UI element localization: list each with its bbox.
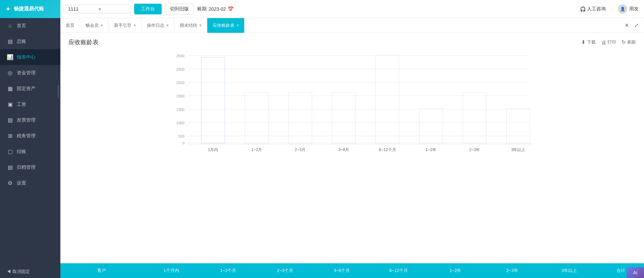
svg-rect-25	[506, 109, 530, 144]
sidebar-label-archive: 归档管理	[17, 164, 36, 170]
svg-text:3~6月: 3~6月	[338, 147, 349, 152]
svg-text:0: 0	[182, 141, 184, 145]
avatar: 👤	[618, 4, 627, 14]
user-area: 🎧 人工咨询 | 👤 用友	[580, 4, 639, 14]
cancel-pin-label: ◀ 取消固定	[7, 269, 30, 275]
tab-member[interactable]: 畅会员 ×	[80, 18, 109, 33]
consult-label: 人工咨询	[587, 6, 606, 12]
refresh-label: 刷新	[627, 39, 636, 45]
tab-label-member: 畅会员	[86, 22, 99, 28]
sidebar-label-reports: 报表中心	[17, 54, 36, 60]
tab-label-home: 首页	[66, 22, 74, 28]
chevron-down-icon: ▾	[99, 6, 126, 12]
maximize-tab-button[interactable]: ⤢	[633, 21, 640, 30]
main-layout: ⌂ 首页 ▤ 总账 📊 报表中心 ◎ 资金管理 ▦ 固定资产 ▣ 工资 ▨ 发票…	[0, 18, 644, 278]
refresh-button[interactable]: ↻ 刷新	[622, 39, 636, 45]
archive-icon: ▤	[7, 164, 13, 170]
tab-label-oplog: 操作日志	[147, 22, 164, 28]
company-selector[interactable]: 1111 ▾	[64, 5, 131, 13]
tax-icon: ⊞	[7, 133, 13, 139]
svg-text:2~3月: 2~3月	[295, 147, 306, 152]
tab-yearend[interactable]: 期末结转 ×	[174, 18, 207, 33]
close-tab-button[interactable]: ✕	[623, 21, 630, 30]
svg-text:500: 500	[178, 134, 184, 138]
ai-label: Ai	[633, 270, 637, 275]
tab-close-aging[interactable]: ×	[236, 23, 239, 27]
company-name: 1111	[68, 6, 96, 12]
download-icon: ⬇	[581, 39, 586, 45]
scroll-indicator	[58, 85, 59, 98]
sidebar-label-close: 结账	[17, 149, 26, 155]
page-title: 应收账龄表	[68, 38, 99, 46]
sidebar-item-tax[interactable]: ⊞ 税务管理	[0, 128, 60, 144]
refresh-icon: ↻	[622, 39, 626, 45]
sidebar-item-payroll[interactable]: ▣ 工资	[0, 96, 60, 112]
sidebar-item-ledger[interactable]: ▤ 总账	[0, 33, 60, 49]
svg-rect-16	[201, 57, 225, 144]
tab-guide[interactable]: 新手引导 ×	[109, 18, 142, 33]
tab-actions: ✕ ⤢	[619, 21, 644, 30]
tab-home[interactable]: 首页	[60, 18, 80, 33]
sidebar-label-home: 首页	[17, 23, 26, 29]
print-icon: 🖨	[601, 40, 606, 45]
col-1month: 1个月内	[143, 268, 200, 274]
tab-label-aging: 应收账龄表	[213, 22, 234, 28]
logo-area: ✦ 畅捷通易代账	[0, 0, 60, 18]
user-info[interactable]: 👤 用友	[618, 4, 639, 14]
home-icon: ⌂	[7, 23, 13, 29]
period-value: 2023-02	[209, 6, 226, 12]
svg-text:2500: 2500	[176, 81, 184, 85]
tab-label-yearend: 期末结转	[180, 22, 197, 28]
svg-text:3年以上: 3年以上	[511, 147, 526, 152]
page-header: 应收账龄表 ⬇ 下载 🖨 打印 ↻ 刷新	[60, 33, 644, 49]
sidebar-item-invoice[interactable]: ▨ 发票管理	[0, 112, 60, 128]
sidebar-item-settings[interactable]: ⚙ 设置	[0, 175, 60, 191]
print-label: 打印	[607, 39, 616, 45]
sidebar-item-home[interactable]: ⌂ 首页	[0, 18, 60, 33]
tab-aging[interactable]: 应收账龄表 ×	[207, 18, 245, 33]
chart-area: 0 500 1000 1500 2000 2500 2500 2500	[60, 49, 644, 263]
tab-close-member[interactable]: ×	[101, 23, 103, 27]
top-header: ✦ 畅捷通易代账 1111 ▾ 工作台 切到旧版 账期 2023-02 📅 🎧 …	[0, 0, 644, 18]
svg-text:1~2年: 1~2年	[426, 147, 436, 152]
assets-icon: ▦	[7, 85, 13, 92]
sidebar-item-funds[interactable]: ◎ 资金管理	[0, 65, 60, 81]
sidebar-label-funds: 资金管理	[17, 70, 36, 76]
payroll-icon: ▣	[7, 101, 13, 108]
svg-text:2000: 2000	[176, 94, 184, 98]
svg-text:2~3年: 2~3年	[469, 147, 480, 152]
svg-rect-23	[419, 109, 443, 144]
workbench-button[interactable]: 工作台	[134, 4, 162, 14]
tab-close-oplog[interactable]: ×	[166, 23, 169, 27]
cancel-pin-button[interactable]: ◀ 取消固定	[0, 265, 60, 278]
print-button[interactable]: 🖨 打印	[601, 39, 616, 45]
sidebar: ⌂ 首页 ▤ 总账 📊 报表中心 ◎ 资金管理 ▦ 固定资产 ▣ 工资 ▨ 发票…	[0, 18, 60, 278]
tab-close-guide[interactable]: ×	[133, 23, 136, 27]
tab-close-yearend[interactable]: ×	[199, 23, 202, 27]
col-3year-plus: 3年以上	[541, 268, 597, 274]
close-account-icon: ▢	[7, 148, 13, 155]
sidebar-label-payroll: 工资	[17, 101, 26, 108]
page-content: 应收账龄表 ⬇ 下载 🖨 打印 ↻ 刷新	[60, 33, 644, 278]
sidebar-item-close[interactable]: ▢ 结账	[0, 144, 60, 159]
col-1-2year: 1~2年	[427, 268, 484, 274]
sidebar-item-reports[interactable]: 📊 报表中心	[0, 49, 60, 65]
table-header: 客户 1个月内 1~2个月 2~3个月 3~6个月 6~12个月	[60, 263, 644, 278]
funds-icon: ◎	[7, 70, 13, 76]
sidebar-item-archive[interactable]: ▤ 归档管理	[0, 159, 60, 175]
download-button[interactable]: ⬇ 下载	[581, 39, 596, 45]
calendar-icon[interactable]: 📅	[228, 6, 233, 12]
period-label: 账期	[197, 6, 207, 12]
logo-icon: ✦	[5, 5, 11, 13]
content-area: 首页 畅会员 × 新手引导 × 操作日志 × 期末结转 × 应收账龄表 ×	[60, 18, 644, 278]
consult-button[interactable]: 🎧 人工咨询	[580, 6, 606, 12]
svg-text:1月内: 1月内	[208, 147, 218, 152]
switch-old-button[interactable]: 切到旧版	[165, 4, 194, 14]
ai-badge[interactable]: Ai	[627, 267, 644, 278]
tab-oplog[interactable]: 操作日志 ×	[142, 18, 174, 33]
svg-rect-22	[376, 55, 399, 144]
tabs-bar: 首页 畅会员 × 新手引导 × 操作日志 × 期末结转 × 应收账龄表 ×	[60, 18, 644, 33]
sidebar-item-assets[interactable]: ▦ 固定资产	[0, 81, 60, 96]
settings-icon: ⚙	[7, 180, 13, 186]
svg-text:6~12个月: 6~12个月	[379, 147, 396, 152]
